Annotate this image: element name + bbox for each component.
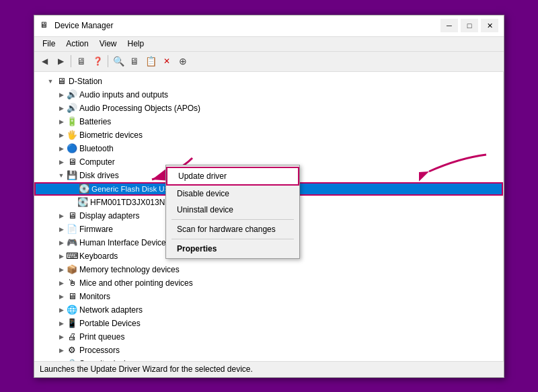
item-label: Security devices (79, 359, 138, 361)
item-expand[interactable]: ▶ (56, 157, 67, 167)
tree-item[interactable]: ▶ 🔊 Audio inputs and outputs (34, 88, 503, 102)
item-expand[interactable]: ▶ (56, 358, 67, 361)
item-expand[interactable]: ▶ (56, 278, 67, 288)
item-expand[interactable]: ▶ (56, 237, 67, 248)
item-icon: 📄 (67, 224, 77, 235)
back-button[interactable]: ◀ (37, 54, 52, 69)
tree-root[interactable]: ▼ 🖥 D-Station (34, 75, 503, 88)
item-icon: 🖥 (67, 157, 77, 167)
tree-item[interactable]: ▶ 🖱 Mice and other pointing devices (34, 276, 503, 290)
ctx-properties[interactable]: Properties (166, 241, 299, 257)
item-expand (67, 197, 77, 208)
tree-item[interactable]: ▶ 🖨 Print queues (34, 330, 503, 344)
item-icon: 🔊 (67, 103, 77, 114)
item-expand[interactable]: ▶ (56, 345, 67, 356)
properties-button[interactable]: 🖥 (74, 54, 89, 69)
item-label: Portable Devices (79, 319, 141, 328)
menu-help[interactable]: Help (122, 38, 150, 50)
rollback-button[interactable]: 📋 (143, 54, 158, 69)
ctx-separator-2 (171, 239, 294, 239)
item-label: Computer (79, 157, 115, 167)
item-expand[interactable]: ▶ (56, 130, 67, 141)
help-button[interactable]: ❓ (90, 54, 105, 69)
forward-button[interactable]: ▶ (53, 54, 68, 69)
item-label: Audio inputs and outputs (79, 90, 168, 100)
item-icon: 🌐 (67, 305, 77, 315)
maximize-button[interactable]: □ (461, 19, 478, 32)
root-expand[interactable]: ▼ (45, 76, 56, 87)
status-bar: Launches the Update Driver Wizard for th… (34, 361, 504, 377)
toolbar-sep-1 (71, 55, 71, 67)
root-icon: 🖥 (56, 76, 67, 87)
item-expand[interactable]: ▶ (56, 103, 67, 114)
item-icon: 💽 (77, 197, 88, 208)
ctx-disable-device[interactable]: Disable device (166, 186, 299, 202)
tree-item[interactable]: ▶ ⚙ Processors (34, 344, 503, 357)
update-button[interactable]: 🖥 (127, 54, 142, 69)
toolbar: ◀ ▶ 🖥 ❓ 🔍 🖥 📋 ✕ ⊕ (34, 52, 504, 72)
item-expand[interactable]: ▶ (56, 224, 67, 235)
item-expand[interactable]: ▶ (56, 116, 67, 127)
scan-button[interactable]: 🔍 (111, 54, 126, 69)
uninstall-button[interactable]: ⊕ (176, 54, 190, 69)
item-icon: 🎮 (67, 237, 77, 248)
hfm-label: HFM001TD3JX013N (90, 198, 165, 207)
status-text: Launches the Update Driver Wizard for th… (40, 364, 253, 374)
item-expand[interactable]: ▼ (56, 170, 67, 181)
item-label: Human Interface Devices (79, 238, 170, 247)
item-icon: 🔒 (67, 358, 77, 361)
title-bar: 🖥 Device Manager ─ □ ✕ (34, 15, 504, 37)
content-area: ▼ 🖥 D-Station ▶ 🔊 Audio inputs and outpu… (34, 72, 504, 361)
item-expand[interactable]: ▶ (56, 264, 67, 275)
item-expand (68, 184, 79, 194)
tree-item[interactable]: ▶ 🔵 Bluetooth (34, 142, 503, 155)
device-tree[interactable]: ▼ 🖥 D-Station ▶ 🔊 Audio inputs and outpu… (34, 72, 504, 361)
ctx-scan-hardware[interactable]: Scan for hardware changes (166, 221, 299, 237)
item-label: Audio Processing Objects (APOs) (79, 104, 200, 113)
menu-action[interactable]: Action (61, 38, 93, 50)
item-icon: 💾 (67, 170, 77, 181)
item-expand[interactable]: ▶ (56, 143, 67, 154)
bluetooth-icon: 🔵 (67, 143, 77, 154)
disable-button[interactable]: ✕ (159, 54, 174, 69)
tree-item[interactable]: ▶ 🔋 Batteries (34, 115, 503, 128)
menu-view[interactable]: View (94, 38, 122, 50)
toolbar-sep-2 (108, 55, 108, 67)
item-icon: 🔋 (67, 116, 77, 127)
item-expand[interactable]: ▶ (56, 318, 67, 329)
item-expand[interactable]: ▶ (56, 331, 67, 342)
item-label: Mice and other pointing devices (79, 278, 193, 288)
window-controls: ─ □ ✕ (440, 19, 498, 32)
item-expand[interactable]: ▶ (56, 305, 67, 315)
tree-item[interactable]: ▶ 🌐 Network adapters (34, 303, 503, 317)
minimize-button[interactable]: ─ (440, 19, 458, 32)
tree-item[interactable]: ▶ 🔒 Security devices (34, 357, 503, 361)
ctx-uninstall-device[interactable]: Uninstall device (166, 202, 299, 218)
ctx-update-driver[interactable]: Update driver (166, 167, 299, 186)
item-expand[interactable]: ▶ (56, 291, 67, 302)
window-icon: 🖥 (40, 20, 50, 31)
tree-item[interactable]: ▶ 🖥 Monitors (34, 290, 503, 303)
tree-item[interactable]: ▶ 📱 Portable Devices (34, 317, 503, 330)
menu-file[interactable]: File (37, 38, 61, 50)
item-icon: 🔊 (67, 89, 77, 100)
item-icon: 🖥 (67, 210, 77, 221)
item-label: Processors (79, 346, 120, 355)
root-label: D-Station (69, 77, 102, 86)
item-label: Memory technology devices (79, 265, 180, 274)
item-label: Firmware (79, 225, 113, 234)
tree-item[interactable]: ▶ 🔊 Audio Processing Objects (APOs) (34, 102, 503, 115)
item-icon: ⌨ (67, 251, 77, 262)
close-button[interactable]: ✕ (481, 19, 498, 32)
item-icon: 🖥 (67, 291, 77, 302)
item-icon: 🖱 (67, 278, 77, 288)
tree-item[interactable]: ▶ 🖐 Biometric devices (34, 128, 503, 142)
item-expand[interactable]: ▶ (56, 89, 67, 100)
item-icon: 📱 (67, 318, 77, 329)
item-expand[interactable]: ▶ (56, 210, 67, 221)
item-icon: 📦 (67, 264, 77, 275)
item-icon: ⚙ (67, 345, 77, 356)
item-label: Network adapters (79, 305, 143, 315)
tree-item[interactable]: ▶ 📦 Memory technology devices (34, 263, 503, 276)
window-title: Device Manager (54, 21, 440, 30)
